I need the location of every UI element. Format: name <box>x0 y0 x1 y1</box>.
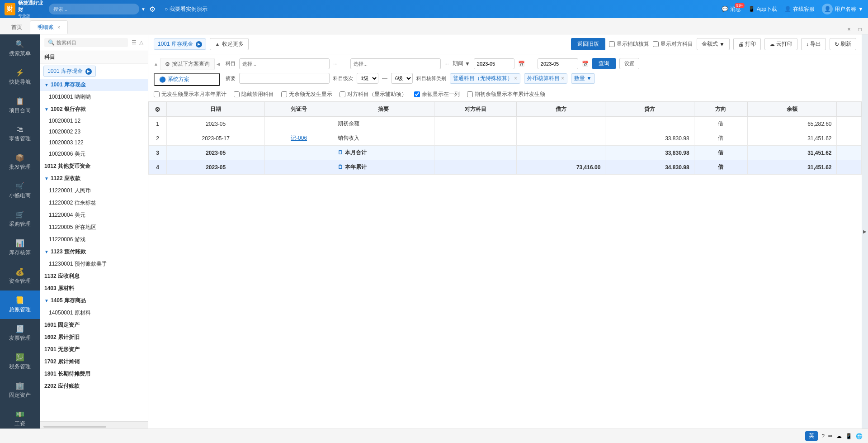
sidebar-item-inventory[interactable]: 📊 库存核算 <box>0 233 40 262</box>
globe-icon[interactable]: 🌐 <box>856 433 863 439</box>
close-window-btn[interactable]: × <box>844 25 854 34</box>
right-collapse-panel[interactable]: ▶ <box>862 34 868 429</box>
check-no-balance[interactable] <box>281 91 287 97</box>
check-ytd[interactable] <box>467 91 473 97</box>
online-service-btn[interactable]: 👤 在线客服 <box>784 5 815 13</box>
show-aux-check[interactable] <box>609 41 615 47</box>
expand-all-icon[interactable]: ☰ <box>132 39 137 46</box>
checkbox-no-balance[interactable]: 无余额无发生显示 <box>281 91 332 98</box>
account-item-1701[interactable]: 1701 无形资产 <box>40 343 148 356</box>
return-old-btn[interactable]: 返回旧版 <box>571 38 605 50</box>
summary-input[interactable] <box>239 73 330 84</box>
mobile-icon[interactable]: 📱 <box>845 433 852 439</box>
checkbox-no-occurrence[interactable]: 无发生额显示本月本年累计 <box>154 91 226 98</box>
account-item-1601[interactable]: 1601 固定资产 <box>40 319 148 331</box>
checkbox-ytd[interactable]: 期初余额显示本年累计发生额 <box>467 91 545 98</box>
account-item-1123[interactable]: ▼ 1123 预付账款 <box>40 246 148 258</box>
voucher-link[interactable]: 记-006 <box>291 135 307 141</box>
account-item-11220004[interactable]: 11220004 美元 <box>40 209 148 221</box>
check-balance-one-col[interactable] <box>414 91 420 97</box>
edit-icon[interactable]: ✏ <box>828 433 833 439</box>
col-settings[interactable]: ⚙ <box>149 102 167 117</box>
period-calendar-icon-1[interactable]: 📅 <box>518 61 525 67</box>
sidebar-item-project[interactable]: 📋 项目合同 <box>0 91 40 120</box>
cloud-print-btn[interactable]: ☁ 云打印 <box>764 38 797 50</box>
collapse-more-btn[interactable]: ▲ 收起更多 <box>210 38 249 50</box>
help-icon[interactable]: ? <box>821 433 825 439</box>
sidebar-item-payroll[interactable]: 💵 工资 <box>0 405 40 429</box>
maximize-window-btn[interactable]: □ <box>855 25 864 34</box>
check-no-occurrence[interactable] <box>154 91 160 97</box>
subject-input-2[interactable] <box>350 58 441 69</box>
lang-btn[interactable]: 英 <box>805 431 818 441</box>
sidebar-item-ledger[interactable]: 📒 总账管理 <box>0 291 40 319</box>
show-contra-checkbox[interactable]: 显示对方科目 <box>653 40 693 48</box>
account-item-1702[interactable]: 1702 累计摊销 <box>40 356 148 368</box>
account-item-1122[interactable]: ▼ 1122 应收款 <box>40 172 148 185</box>
user-area[interactable]: 👤 用户名称 ▼ <box>822 4 863 14</box>
account-item-1002[interactable]: ▼ 1002 银行存款 <box>40 103 148 115</box>
check-hide-disabled[interactable] <box>234 91 240 97</box>
tab-close-icon[interactable]: × <box>57 25 60 30</box>
account-item-1001[interactable]: ▼ 1001 库存现金 <box>40 79 148 91</box>
sidebar-item-quicknav[interactable]: ⚡ 快捷导航 <box>0 63 40 91</box>
account-search-input[interactable] <box>57 40 124 45</box>
check-contra[interactable] <box>340 91 345 97</box>
account-item-10020003[interactable]: 10020003 122 <box>40 137 148 148</box>
sidebar-item-retail[interactable]: 🛍 零售管理 <box>0 120 40 148</box>
style-btn[interactable]: 金额式 ▼ <box>697 38 730 50</box>
period-to-input[interactable] <box>538 58 578 69</box>
refresh-btn[interactable]: ↻ 刷新 <box>830 38 856 50</box>
query-scheme-btn[interactable]: ⚙ 按以下方案查询 <box>160 58 215 70</box>
level-to-select[interactable]: 6级4级5级 <box>391 73 413 84</box>
print-btn[interactable]: 🖨 打印 <box>733 38 761 50</box>
sidebar-item-assets[interactable]: 🏢 固定资产 <box>0 376 40 405</box>
account-item-11220001[interactable]: 11220001 人民币 <box>40 185 148 197</box>
tab-home[interactable]: 首页 <box>4 20 30 34</box>
show-contra-check[interactable] <box>653 41 659 47</box>
account-item-14050001[interactable]: 14050001 原材料 <box>40 307 148 319</box>
account-item-1403[interactable]: 1403 原材料 <box>40 282 148 295</box>
account-item-10020002[interactable]: 10020002 23 <box>40 126 148 137</box>
system-scheme-btn[interactable]: 🔵 系统方案 <box>154 73 220 86</box>
checkbox-contra[interactable]: 对方科目（显示辅助项） <box>340 91 407 98</box>
demo-link[interactable]: ○ 我要看实例演示 <box>165 5 208 13</box>
table-settings-icon[interactable]: ⚙ <box>155 106 160 113</box>
account-item-11220005[interactable]: 11220005 所在地区 <box>40 221 148 233</box>
sidebar-item-purchase[interactable]: 🛒 采购管理 <box>0 205 40 233</box>
settings-btn[interactable]: 设置 <box>619 58 639 69</box>
tab-detail-ledger[interactable]: 明细账 × <box>30 20 68 34</box>
account-navigate-btn[interactable]: ▶ <box>85 68 92 75</box>
account-item-10020006[interactable]: 10020006 美元 <box>40 148 148 160</box>
account-item-10010001[interactable]: 10010001 哟哟哟 <box>40 91 148 103</box>
sidebar-item-search[interactable]: 🔍 搜索菜单 <box>0 34 40 63</box>
account-item-1132[interactable]: 1132 应收利息 <box>40 270 148 282</box>
collapse-all-icon[interactable]: △ <box>139 39 143 46</box>
search-dropdown-icon[interactable]: ▼ <box>141 7 146 12</box>
export-btn[interactable]: ↓ 导出 <box>801 38 826 50</box>
account-item-1405[interactable]: ▼ 1405 库存商品 <box>40 295 148 307</box>
app-download-btn[interactable]: 📱 App下载 <box>748 5 777 13</box>
period-calendar-icon-2[interactable]: 📅 <box>582 61 589 67</box>
checkbox-balance-one-col[interactable]: 余额显示在一列 <box>414 91 460 98</box>
search-input[interactable] <box>49 4 139 14</box>
query-btn[interactable]: 查询 <box>592 58 616 69</box>
subject-input[interactable] <box>239 58 330 69</box>
account-item-11220006[interactable]: 11220006 游戏 <box>40 233 148 246</box>
sidebar-item-tax[interactable]: 💹 税务管理 <box>0 348 40 376</box>
cloud-icon[interactable]: ☁ <box>836 433 842 439</box>
period-from-input[interactable] <box>474 58 514 69</box>
tree-hscroll[interactable] <box>40 425 148 429</box>
sidebar-item-wholesale[interactable]: 📦 批发管理 <box>0 148 40 176</box>
sidebar-item-invoice[interactable]: 🧾 发票管理 <box>0 319 40 348</box>
sidebar-item-ecommerce[interactable]: 🛒 小畅电商 <box>0 176 40 205</box>
level-from-select[interactable]: 1级2级3级 <box>357 73 378 84</box>
collapse-filter-icon[interactable]: ◀ <box>217 62 220 67</box>
account-item-11220002[interactable]: 11220002 往来标签 <box>40 197 148 209</box>
cell-voucher[interactable]: 记-006 <box>265 131 333 146</box>
sidebar-item-finance[interactable]: 💰 资金管理 <box>0 262 40 291</box>
account-item-1602[interactable]: 1602 累计折旧 <box>40 331 148 343</box>
account-item-1012[interactable]: 1012 其他货币资金 <box>40 160 148 172</box>
checkbox-hide-disabled[interactable]: 隐藏禁用科目 <box>234 91 274 98</box>
account-item-10020001[interactable]: 10020001 12 <box>40 115 148 126</box>
